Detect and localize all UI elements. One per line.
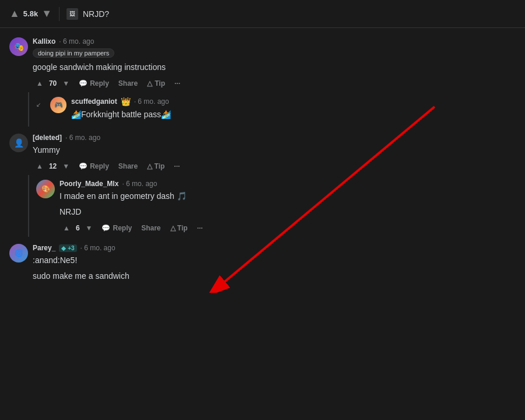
tip-button-deleted[interactable]: △ Tip — [144, 160, 168, 173]
reply-button-poorly[interactable]: 💬 Reply — [98, 222, 135, 235]
avatar-deleted: 👤 — [9, 134, 28, 152]
comment-body-scuffed: scuffedganiot 👑 · 6 mo. ago 🏄Forkknight … — [71, 97, 516, 124]
timestamp-deleted: · 6 mo. ago — [65, 134, 100, 142]
vote-count: 5.8k — [23, 9, 38, 18]
user-flair-kallixo: doing pipi in my pampers — [33, 48, 114, 58]
karma-badge-parey: ◆ +3 — [59, 244, 76, 252]
downvote-icon-kallixo: ▼ — [62, 79, 69, 88]
reply-icon-deleted: 💬 — [79, 162, 88, 170]
reply-icon-poorly: 💬 — [102, 224, 110, 232]
username-parey[interactable]: Parey_ — [33, 244, 55, 252]
comment-body-poorly: Poorly_Made_Mlx · 6 mo. ago I made en an… — [60, 180, 516, 235]
avatar-scuffed: 🎮 — [50, 97, 66, 113]
post-title: NRJD? — [83, 9, 109, 19]
timestamp-poorly: · 6 mo. ago — [122, 180, 157, 188]
reply-button-deleted[interactable]: 💬 Reply — [75, 160, 113, 173]
username-scuffed[interactable]: scuffedganiot — [71, 97, 117, 106]
main-content: 🎭 Kallixo · 6 mo. ago doing pipi in my p… — [0, 28, 525, 293]
vote-count-poorly: 6 — [76, 224, 80, 232]
comment-meta-scuffed: scuffedganiot 👑 · 6 mo. ago — [71, 97, 516, 106]
top-bar: ▲ 5.8k ▼ 🖼 NRJD? — [0, 0, 525, 28]
share-button-poorly[interactable]: Share — [138, 222, 164, 235]
more-button-poorly[interactable]: ··· — [194, 222, 206, 235]
avatar-kallixo: 🎭 — [9, 37, 28, 56]
username-deleted[interactable]: [deleted] — [33, 134, 62, 142]
vote-count-kallixo: 70 — [49, 79, 57, 88]
upvote-button-poorly[interactable]: ▲ — [60, 222, 74, 235]
timestamp-scuffed: · 6 mo. ago — [134, 97, 169, 106]
comment-text-deleted: Yummy — [33, 144, 516, 156]
comment-scuffed: ↙ 🎮 scuffedganiot 👑 · 6 mo. ago 🏄Forkkni… — [29, 92, 525, 127]
vote-action-deleted: ▲ 12 ▼ — [33, 160, 73, 173]
comment-meta-poorly: Poorly_Made_Mlx · 6 mo. ago — [60, 180, 516, 188]
comment-text-poorly-1: I made en ant in geometry dash 🎵 — [60, 190, 516, 202]
comment-meta-parey: Parey_ ◆ +3 · 6 mo. ago — [33, 244, 516, 252]
avatar-poorly: 🎨 — [36, 180, 55, 198]
comment-meta-kallixo: Kallixo · 6 mo. ago — [33, 37, 516, 46]
comment-body-kallixo: Kallixo · 6 mo. ago doing pipi in my pam… — [33, 37, 516, 90]
downvote-button-deleted[interactable]: ▼ — [59, 160, 73, 173]
upvote-button-kallixo[interactable]: ▲ — [33, 77, 47, 90]
vote-section: ▲ 5.8k ▼ — [9, 8, 52, 20]
comment-deleted: 👤 [deleted] · 6 mo. ago Yummy ▲ 12 ▼ 💬 R… — [0, 129, 525, 175]
sub-comment-block-2: 🎨 Poorly_Made_Mlx · 6 mo. ago I made en … — [28, 175, 525, 237]
vote-up-action-kallixo: ▲ 70 ▼ — [33, 77, 73, 90]
more-button-deleted[interactable]: ··· — [170, 160, 183, 173]
comment-body-parey: Parey_ ◆ +3 · 6 mo. ago :anand:Ne5! sudo… — [33, 244, 516, 286]
top-bar-divider — [59, 7, 60, 21]
share-button-kallixo[interactable]: Share — [115, 77, 141, 90]
username-poorly[interactable]: Poorly_Made_Mlx — [60, 180, 118, 188]
timestamp-parey: · 6 mo. ago — [80, 244, 116, 252]
comment-body-deleted: [deleted] · 6 mo. ago Yummy ▲ 12 ▼ 💬 Rep… — [33, 134, 516, 173]
reply-button-kallixo[interactable]: 💬 Reply — [75, 77, 113, 90]
upvote-button-deleted[interactable]: ▲ — [33, 160, 47, 173]
comment-text-parey-2: sudo make me a sandwich — [33, 270, 516, 282]
vote-count-deleted: 12 — [49, 162, 57, 170]
share-button-deleted[interactable]: Share — [115, 160, 141, 173]
username-kallixo[interactable]: Kallixo — [33, 37, 55, 46]
downvote-button-kallixo[interactable]: ▼ — [59, 77, 73, 90]
comment-actions-poorly: ▲ 6 ▼ 💬 Reply Share △ Tip ··· — [60, 222, 516, 235]
upvote-icon[interactable]: ▲ — [9, 8, 20, 20]
reply-icon-kallixo: 💬 — [79, 79, 88, 88]
sub-comment-block-1: ↙ 🎮 scuffedganiot 👑 · 6 mo. ago 🏄Forkkni… — [28, 92, 525, 127]
downvote-icon[interactable]: ▼ — [41, 8, 52, 20]
comment-text-kallixo: google sandwich making instructions — [33, 61, 516, 74]
comment-actions-deleted: ▲ 12 ▼ 💬 Reply Share △ Tip ··· — [33, 160, 516, 173]
upvote-icon-kallixo: ▲ — [36, 79, 43, 88]
comment-meta-deleted: [deleted] · 6 mo. ago — [33, 134, 516, 142]
avatar-parey: 🌀 — [9, 244, 28, 262]
collapse-icon-scuffed[interactable]: ↙ — [36, 102, 41, 108]
comment-poorly: 🎨 Poorly_Made_Mlx · 6 mo. ago I made en … — [29, 175, 525, 237]
comment-text-parey: :anand:Ne5! — [33, 254, 516, 267]
vote-action-poorly: ▲ 6 ▼ — [60, 222, 96, 235]
comment-actions-kallixo: ▲ 70 ▼ 💬 Reply Share △ Tip ··· — [33, 77, 516, 90]
post-title-area: 🖼 NRJD? — [66, 8, 109, 20]
comment-kallixo: 🎭 Kallixo · 6 mo. ago doing pipi in my p… — [0, 33, 525, 92]
post-icon: 🖼 — [66, 8, 78, 20]
more-button-kallixo[interactable]: ··· — [171, 77, 184, 90]
flair-badge-scuffed: 👑 — [121, 97, 131, 106]
comment-text-scuffed: 🏄Forkknight battle pass🏄 — [71, 108, 516, 121]
tip-button-kallixo[interactable]: △ Tip — [144, 77, 169, 90]
tip-icon-kallixo: △ — [147, 79, 152, 88]
comment-text-poorly-2: NRJD — [60, 206, 516, 218]
downvote-button-poorly[interactable]: ▼ — [82, 222, 96, 235]
tip-button-poorly[interactable]: △ Tip — [167, 222, 191, 235]
comment-parey: 🌀 Parey_ ◆ +3 · 6 mo. ago :anand:Ne5! su… — [0, 239, 525, 288]
timestamp-kallixo: · 6 mo. ago — [59, 37, 94, 46]
